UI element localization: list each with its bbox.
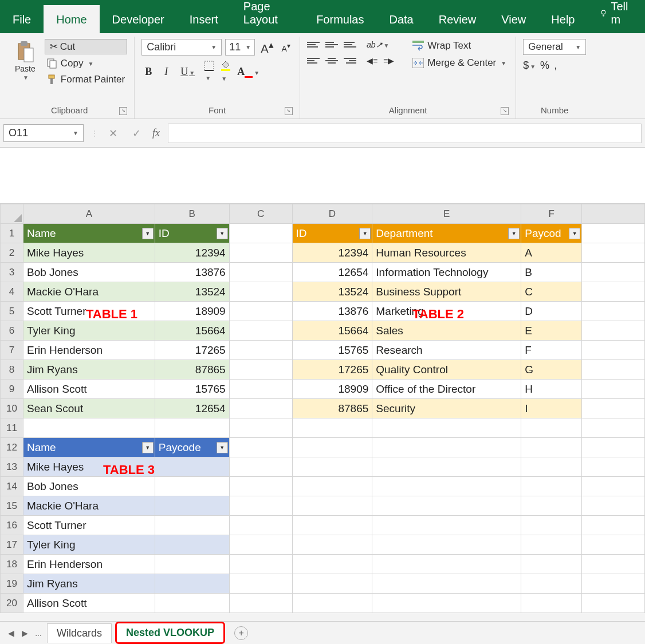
cell[interactable] xyxy=(229,496,292,516)
col-header-E[interactable]: E xyxy=(372,204,521,224)
cell[interactable]: Security xyxy=(372,399,521,418)
cell[interactable]: G xyxy=(521,360,582,380)
tab-home[interactable]: Home xyxy=(44,5,99,33)
cell[interactable] xyxy=(229,438,292,457)
cell[interactable]: 12654 xyxy=(292,263,372,282)
row-header[interactable]: 2 xyxy=(1,243,23,263)
cell[interactable]: 87865 xyxy=(292,399,372,418)
cell[interactable]: Mike Hayes xyxy=(23,243,155,263)
tab-insert[interactable]: Insert xyxy=(177,5,231,33)
row-header[interactable]: 15 xyxy=(1,496,23,516)
cell[interactable] xyxy=(292,535,372,555)
enter-icon[interactable]: ✓ xyxy=(129,127,144,140)
cell[interactable]: H xyxy=(521,380,582,399)
cell[interactable]: 13524 xyxy=(155,282,229,302)
sheet-tab-nested-vlookup[interactable]: Nested VLOOKUP xyxy=(115,622,225,644)
cell[interactable]: 15765 xyxy=(292,341,372,360)
row-header[interactable]: 4 xyxy=(1,282,23,302)
cell[interactable]: 15664 xyxy=(292,321,372,341)
cell[interactable] xyxy=(155,574,229,594)
cell[interactable] xyxy=(229,574,292,594)
tab-file[interactable]: File xyxy=(0,5,44,33)
cell[interactable]: Jim Ryans xyxy=(23,360,155,380)
cancel-icon[interactable]: ✕ xyxy=(105,127,121,140)
font-size-select[interactable]: 11▼ xyxy=(225,39,255,56)
cell[interactable] xyxy=(582,399,645,418)
cell[interactable] xyxy=(372,457,521,477)
cell[interactable]: Erin Henderson xyxy=(23,555,155,574)
tab-formulas[interactable]: Formulas xyxy=(304,5,376,33)
cell[interactable] xyxy=(372,418,521,438)
cell[interactable]: Office of the Director xyxy=(372,380,521,399)
cell[interactable]: Name▼ xyxy=(23,438,155,457)
tab-help[interactable]: Help xyxy=(538,5,587,33)
cell[interactable]: Scott Turner xyxy=(23,516,155,535)
sheet-nav-prev[interactable]: ◀ xyxy=(6,629,16,638)
cell[interactable] xyxy=(372,574,521,594)
col-header-blank[interactable] xyxy=(582,204,645,224)
cell[interactable] xyxy=(229,380,292,399)
tab-review[interactable]: Review xyxy=(426,5,489,33)
cell[interactable] xyxy=(582,224,645,243)
cell[interactable]: 17265 xyxy=(155,341,229,360)
cell[interactable]: Bob Jones xyxy=(23,477,155,496)
cell[interactable] xyxy=(292,496,372,516)
cell[interactable] xyxy=(521,574,582,594)
cell[interactable]: Mackie O'Hara xyxy=(23,282,155,302)
cell[interactable]: Allison Scott xyxy=(23,594,155,613)
cell[interactable] xyxy=(155,594,229,613)
cell[interactable] xyxy=(292,516,372,535)
col-header-A[interactable]: A xyxy=(23,204,155,224)
cell[interactable]: C xyxy=(521,282,582,302)
cell[interactable] xyxy=(292,555,372,574)
tab-page-layout[interactable]: Page Layout xyxy=(231,0,304,33)
filter-button[interactable]: ▼ xyxy=(142,442,154,453)
cell[interactable]: 12394 xyxy=(155,243,229,263)
sheet-nav-next[interactable]: ▶ xyxy=(19,629,30,638)
dialog-launcher-icon[interactable]: ↘ xyxy=(285,107,293,115)
cell[interactable] xyxy=(229,594,292,613)
cell[interactable]: F xyxy=(521,341,582,360)
cell[interactable] xyxy=(292,438,372,457)
copy-button[interactable]: Copy ▼ xyxy=(45,57,127,70)
row-header[interactable]: 16 xyxy=(1,516,23,535)
cell[interactable] xyxy=(582,341,645,360)
cell[interactable] xyxy=(155,555,229,574)
cell[interactable] xyxy=(23,418,155,438)
row-header[interactable]: 1 xyxy=(1,224,23,243)
dialog-launcher-icon[interactable]: ↘ xyxy=(501,107,509,115)
new-sheet-button[interactable]: + xyxy=(234,626,248,640)
italic-button[interactable]: I xyxy=(161,65,171,79)
cell[interactable] xyxy=(372,594,521,613)
wrap-text-button[interactable]: Wrap Text xyxy=(410,39,509,53)
align-right-button[interactable] xyxy=(344,55,356,66)
row-header[interactable]: 17 xyxy=(1,535,23,555)
cell[interactable] xyxy=(292,457,372,477)
cell[interactable]: B xyxy=(521,263,582,282)
cell[interactable]: 87865 xyxy=(155,360,229,380)
decrease-font-icon[interactable]: A▾ xyxy=(280,42,293,53)
cell[interactable] xyxy=(521,555,582,574)
col-header-D[interactable]: D xyxy=(292,204,372,224)
borders-button[interactable]: ▼ xyxy=(204,61,214,83)
cell[interactable] xyxy=(521,594,582,613)
font-name-select[interactable]: Calibri▼ xyxy=(141,39,222,56)
cell[interactable] xyxy=(372,516,521,535)
row-header[interactable]: 9 xyxy=(1,380,23,399)
cell[interactable]: Paycode▼ xyxy=(155,438,229,457)
cell[interactable] xyxy=(229,477,292,496)
cell[interactable]: Research xyxy=(372,341,521,360)
cell[interactable] xyxy=(229,263,292,282)
cell[interactable] xyxy=(582,496,645,516)
cell[interactable] xyxy=(582,516,645,535)
col-header-C[interactable]: C xyxy=(229,204,292,224)
cell[interactable] xyxy=(521,535,582,555)
align-middle-button[interactable] xyxy=(325,39,338,50)
align-center-button[interactable] xyxy=(325,55,338,66)
row-header[interactable]: 8 xyxy=(1,360,23,380)
row-header[interactable]: 19 xyxy=(1,574,23,594)
bold-button[interactable]: B xyxy=(141,65,155,79)
cell[interactable] xyxy=(582,243,645,263)
paste-button[interactable]: Paste ▼ xyxy=(11,39,39,86)
cell[interactable] xyxy=(372,496,521,516)
